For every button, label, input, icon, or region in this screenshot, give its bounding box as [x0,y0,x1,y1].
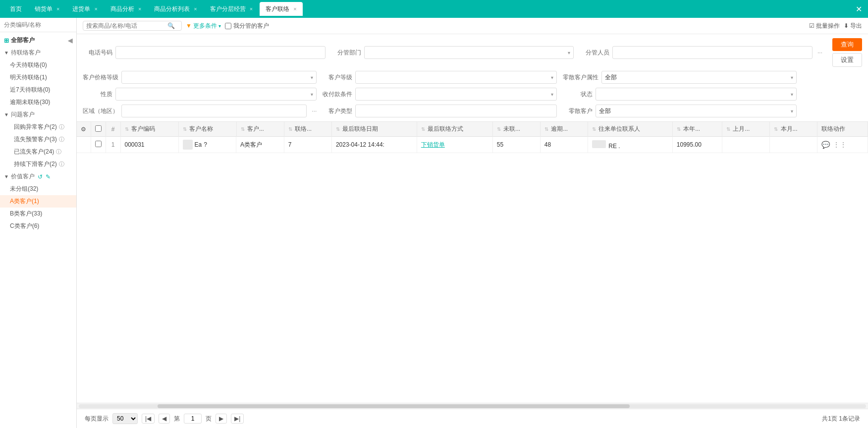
filter-input-person[interactable] [612,46,813,59]
contact-count-sort-icon[interactable]: ⇅ [288,126,292,132]
sidebar-item-tomorrow[interactable]: 明天待联络(1) [0,71,76,84]
sidebar-item-churn-warning[interactable]: 流失预警客户(3) ⓘ [0,133,76,146]
top-nav: 首页 销货单 × 进货单 × 商品分析 × 商品分析列表 × 客户分层经营 × … [0,0,868,18]
td-this-month [770,137,817,153]
export-button[interactable]: ⬇ 导出 [844,22,862,30]
nav-tab-purchase-close[interactable]: × [94,6,97,12]
nav-tab-customer-contact[interactable]: 客户联络 × [260,2,302,16]
last-contact-method-link[interactable]: 下销货单 [421,141,445,148]
page-input[interactable] [184,414,202,424]
batch-op-button[interactable]: ☑ 批量操作 [809,22,840,30]
filter-select-nature[interactable]: ▾ [115,88,317,101]
first-page-button[interactable]: |◀ [142,414,155,424]
batch-op-icon: ☑ [809,22,814,29]
filter-select-payment[interactable]: ▾ [355,88,556,101]
nav-tab-analysis-list[interactable]: 商品分析列表 × [148,2,203,16]
last-month-sort-icon[interactable]: ⇅ [726,126,730,132]
more-filter-button[interactable]: ▼ 更多条件 ▾ [186,22,221,30]
sidebar-group-problem[interactable]: ▼ 问题客户 [0,108,76,121]
sidebar-item-abnormal-repurchase[interactable]: 回购异常客户(2) ⓘ [0,121,76,133]
sidebar-item-overdue[interactable]: 逾期未联络(30) [0,96,76,108]
sidebar-item-declining[interactable]: 持续下滑客户(2) ⓘ [0,158,76,170]
horizontal-scrollbar[interactable] [77,403,868,409]
overdue-days-sort-icon[interactable]: ⇅ [544,126,548,132]
filter-select-price-level[interactable]: ▾ [121,71,317,84]
nav-tab-purchase[interactable]: 进货单 × [66,2,103,16]
nav-tab-sales-close[interactable]: × [56,6,59,12]
refresh-value-icon[interactable]: ↺ [38,173,43,180]
sidebar-collapse-button[interactable]: ◀ [68,37,72,44]
nav-tab-home[interactable]: 首页 [4,2,28,16]
last-page-button[interactable]: ▶| [231,414,244,424]
td-name[interactable]: Ea? [179,137,237,153]
filter-input-phone[interactable] [115,46,326,59]
contact-action-icon[interactable]: 💬 [821,141,830,149]
my-customer-checkbox[interactable] [225,23,231,29]
filter-select-retail[interactable]: 全部 ▾ [596,105,797,117]
last-contact-date-sort-icon[interactable]: ⇅ [336,126,340,132]
filter-select-customer-level[interactable]: ▾ [355,71,556,84]
filter-input-customer-type[interactable] [355,105,556,117]
td-checkbox[interactable] [91,137,106,153]
nav-tab-customer-seg-close[interactable]: × [250,6,253,12]
next-page-button[interactable]: ▶ [216,414,227,424]
nav-tab-analysis-close[interactable]: × [138,6,141,12]
query-button[interactable]: 查询 [832,38,862,51]
this-year-sort-icon[interactable]: ⇅ [677,126,681,132]
sidebar-group-value[interactable]: ▼ 价值客户 ↺ ✎ [0,170,76,183]
search-button[interactable]: 🔍 [167,22,175,29]
row-checkbox[interactable] [95,141,102,147]
pagination: 每页显示 50 100 200 |◀ ◀ 第 页 ▶ ▶| 共1页 1条记录 [77,409,868,428]
export-label: 导出 [850,22,862,30]
sidebar-item-class-a[interactable]: A类客户(1) [0,195,76,208]
total-records: 共1页 1条记录 [822,415,860,423]
sidebar-item-class-b[interactable]: B类客户(33) [0,208,76,220]
info-icon-4: ⓘ [59,160,64,168]
name-sort-icon[interactable]: ⇅ [183,126,187,132]
sidebar-all-customers[interactable]: ⊞ 全部客户 ◀ [0,32,76,47]
sidebar-item-7days[interactable]: 近7天待联络(0) [0,84,76,96]
last-contact-method-sort-icon[interactable]: ⇅ [421,126,425,132]
region-dots-icon[interactable]: ··· [312,107,317,114]
customer-type-sort-icon[interactable]: ⇅ [241,126,245,132]
page-size-select[interactable]: 50 100 200 [112,413,138,424]
scrollbar-thumb[interactable] [158,404,630,408]
sidebar-item-today[interactable]: 今天待联络(0) [0,59,76,71]
nav-tab-analysis[interactable]: 商品分析 × [105,2,147,16]
td-code: 000031 [120,137,178,153]
td-actions: 💬 ⋮⋮ [817,137,868,153]
th-select-all [91,122,106,137]
prev-page-button[interactable]: ◀ [159,414,170,424]
sidebar-item-class-c[interactable]: C类客户(6) [0,220,76,232]
settings-button[interactable]: 设置 [832,53,862,67]
sidebar-group-pending[interactable]: ▼ 待联络客户 [0,47,76,59]
filter-cell-person: 分管人员 ··· [580,46,828,59]
window-close-button[interactable]: ✕ [854,2,864,16]
nav-tab-sales[interactable]: 销货单 × [29,2,65,16]
sidebar-item-ungrouped[interactable]: 未分组(32) [0,183,76,195]
more-action-icon[interactable]: ⋮⋮ [833,141,847,149]
nav-tab-customer-contact-close[interactable]: × [293,6,296,12]
my-customer-checkbox-wrap[interactable]: 我分管的客户 [225,22,269,30]
col-settings-icon[interactable]: ⚙ [81,126,86,133]
th-checkbox: ⚙ [77,122,91,137]
search-input[interactable] [86,22,165,29]
code-sort-icon[interactable]: ⇅ [125,126,129,132]
sidebar-item-churned[interactable]: 已流失客户(24) ⓘ [0,146,76,158]
edit-value-icon[interactable]: ✎ [46,173,51,180]
filter-input-region[interactable] [121,105,307,117]
filter-label-dept: 分管部门 [331,49,361,57]
filter-select-status[interactable]: ▾ [596,88,797,101]
th-action: 联络动作 [817,122,868,137]
nav-tab-customer-seg[interactable]: 客户分层经营 × [204,2,259,16]
unit-contact-sort-icon[interactable]: ⇅ [592,126,596,132]
th-unit-contact: ⇅ 往来单位联系人 [588,122,673,137]
select-all-checkbox[interactable] [95,125,102,132]
nav-tab-analysis-list-close[interactable]: × [194,6,197,12]
filter-select-retail-attr[interactable]: 全部 ▾ [601,71,797,84]
no-contact-days-sort-icon[interactable]: ⇅ [497,126,501,132]
sidebar-search-input[interactable] [4,21,77,28]
filter-select-dept[interactable]: ▾ [364,46,574,59]
person-dots-icon[interactable]: ··· [817,49,822,56]
this-month-sort-icon[interactable]: ⇅ [774,126,778,132]
